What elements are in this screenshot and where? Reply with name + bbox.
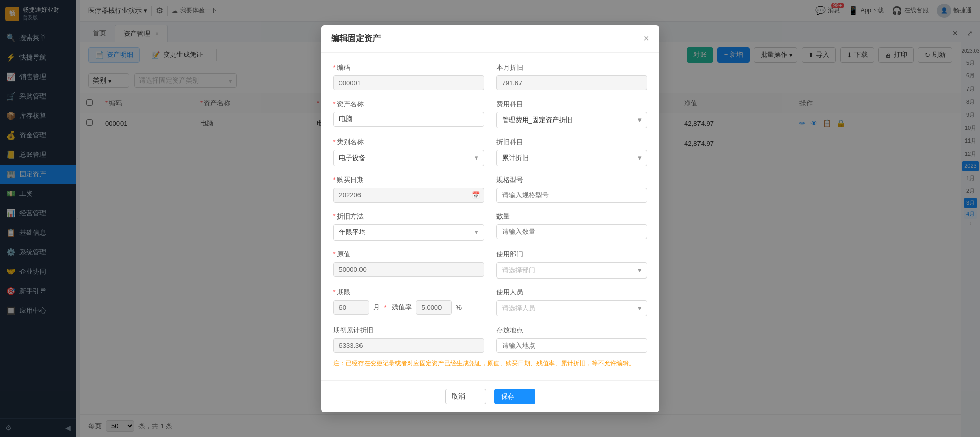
form-item-expense-account: 费用科目 管理费用_固定资产折旧 ▾	[496, 100, 647, 128]
dep-account-arrow: ▾	[638, 154, 642, 162]
modal-body: * 编码 本月折旧 * 资产名称	[321, 53, 659, 380]
form-item-location: 存放地点	[496, 326, 647, 353]
form-item-period: * 期限 月 * 残值率 %	[333, 288, 484, 316]
edit-asset-modal: 编辑固定资产 × * 编码 本月折旧	[321, 25, 659, 412]
form-item-quantity: 数量	[496, 212, 647, 241]
quantity-input[interactable]	[496, 224, 647, 239]
location-input[interactable]	[496, 338, 647, 353]
form-item-user: 使用人员 请选择人员 ▾	[496, 288, 647, 316]
dep-method-select[interactable]: 年限平均 ▾	[333, 224, 484, 241]
modal-note: 注：已经存在变更记录或者对应固定资产已经生成凭证，原值、购买日期、残值率、累计折…	[333, 353, 647, 370]
modal-overlay: 编辑固定资产 × * 编码 本月折旧	[0, 0, 980, 437]
dep-account-select[interactable]: 累计折旧 ▾	[496, 150, 647, 166]
modal-close-btn[interactable]: ×	[644, 33, 649, 44]
calendar-icon[interactable]: 📅	[472, 191, 480, 199]
user-arrow: ▾	[638, 304, 642, 312]
expense-account-select[interactable]: 管理费用_固定资产折旧 ▾	[496, 112, 647, 128]
code-input[interactable]	[333, 75, 484, 90]
user-select[interactable]: 请选择人员 ▾	[496, 300, 647, 316]
initial-dep-input	[333, 338, 484, 353]
form-item-asset-name: * 资产名称	[333, 100, 484, 128]
period-residual-row: 月 * 残值率 %	[333, 300, 484, 315]
form-item-code: * 编码	[333, 63, 484, 90]
form-item-purchase-date: * 购买日期 📅	[333, 175, 484, 203]
dep-method-arrow: ▾	[475, 228, 478, 236]
save-button[interactable]: 保存	[494, 389, 535, 404]
expense-account-arrow: ▾	[638, 116, 642, 124]
cancel-button[interactable]: 取消	[445, 389, 486, 404]
form-item-department: 使用部门 请选择部门 ▾	[496, 250, 647, 279]
form-item-spec: 规格型号	[496, 175, 647, 203]
modal-form: * 编码 本月折旧 * 资产名称	[333, 63, 647, 353]
form-item-dep-method: * 折旧方法 年限平均 ▾	[333, 212, 484, 241]
asset-name-input[interactable]	[333, 112, 484, 127]
modal-title: 编辑固定资产	[331, 33, 381, 44]
period-input[interactable]	[333, 300, 369, 315]
monthly-depreciation-input	[496, 75, 647, 90]
original-value-input[interactable]	[333, 262, 484, 277]
department-arrow: ▾	[638, 266, 642, 274]
department-select[interactable]: 请选择部门 ▾	[496, 262, 647, 279]
purchase-date-input[interactable]	[333, 188, 484, 203]
form-item-category: * 类别名称 电子设备 ▾	[333, 137, 484, 166]
residual-rate-input[interactable]	[416, 300, 452, 315]
form-item-original-value: * 原值	[333, 250, 484, 279]
form-item-initial-dep: 期初累计折旧	[333, 326, 484, 353]
form-item-monthly-dep: 本月折旧	[496, 63, 647, 90]
purchase-date-wrapper: 📅	[333, 188, 484, 203]
modal-header: 编辑固定资产 ×	[321, 25, 659, 53]
spec-input[interactable]	[496, 188, 647, 203]
form-item-dep-account: 折旧科目 累计折旧 ▾	[496, 137, 647, 166]
category-select[interactable]: 电子设备 ▾	[333, 150, 484, 166]
category-arrow: ▾	[475, 154, 478, 162]
modal-footer: 取消 保存	[321, 380, 659, 412]
